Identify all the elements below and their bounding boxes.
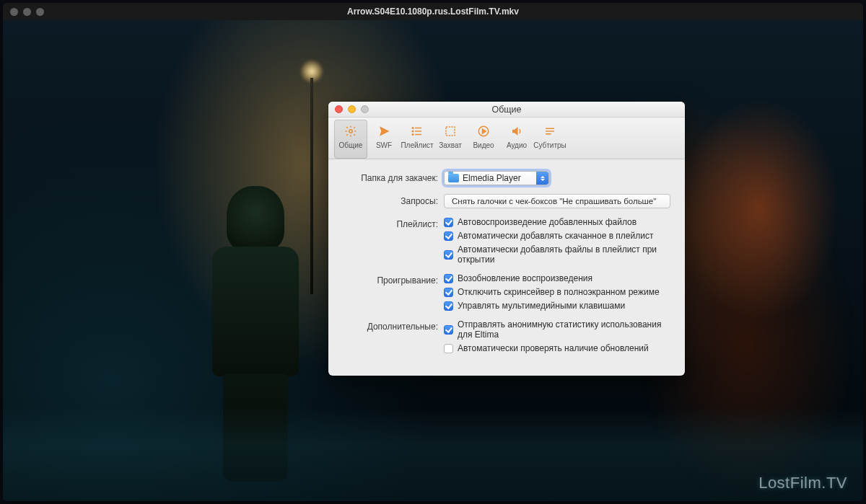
folder-icon: [448, 174, 459, 182]
toolbar-tab-label: Видео: [473, 141, 494, 149]
minimize-icon[interactable]: [23, 8, 31, 16]
checkbox-row[interactable]: Автоматически проверять наличие обновлен…: [444, 343, 670, 353]
tab-playlist-icon: [408, 123, 427, 140]
checkbox-label: Автоматически добавлять файлы в плейлист…: [458, 244, 670, 265]
checkbox-row[interactable]: Отключить скринсейвер в полноэкранном ре…: [444, 287, 670, 297]
player-titlebar[interactable]: Arrow.S04E10.1080p.rus.LostFilm.TV.mkv: [3, 3, 863, 20]
checkbox[interactable]: [444, 274, 453, 283]
checkbox-row[interactable]: Автовоспроизведение добавленных файлов: [444, 217, 670, 227]
maximize-icon[interactable]: [361, 105, 369, 113]
toolbar-tab-label: Общие: [339, 141, 363, 149]
checkbox-label: Автоматически добавлять скачанное в плей…: [458, 231, 653, 241]
toolbar-tab-label: Субтитры: [533, 141, 567, 149]
prefs-body: Папка для закачек: Elmedia Player Запрос…: [328, 159, 685, 365]
tab-swf[interactable]: SWF: [367, 120, 401, 159]
close-icon[interactable]: [10, 8, 18, 16]
prefs-toolbar: ОбщиеSWFПлейлистЗахватВидеоАудиоСубтитры: [328, 118, 685, 159]
scene-road-reflection: [3, 407, 863, 501]
checkbox-row[interactable]: Автоматически добавлять файлы в плейлист…: [444, 244, 670, 265]
toolbar-tab-label: SWF: [376, 141, 392, 149]
tab-general[interactable]: Общие: [334, 120, 367, 159]
downloads-folder-value: Elmedia Player: [463, 173, 521, 183]
watermark: LostFilm.TV: [758, 474, 847, 492]
checkbox[interactable]: [444, 288, 453, 297]
player-traffic-lights: [3, 8, 44, 16]
tab-capture-icon: [441, 123, 460, 140]
maximize-icon[interactable]: [36, 8, 44, 16]
prefs-titlebar[interactable]: Общие: [328, 102, 685, 118]
tab-video-icon: [474, 123, 493, 140]
playlist-section-label: Плейлист:: [343, 217, 444, 229]
checkbox-label: Автоматически проверять наличие обновлен…: [458, 343, 649, 353]
requests-label: Запросы:: [343, 194, 444, 206]
checkbox-label: Управлять мультимедийными клавишами: [458, 301, 625, 311]
tab-capture[interactable]: Захват: [434, 120, 467, 159]
checkbox-row[interactable]: Управлять мультимедийными клавишами: [444, 301, 670, 311]
svg-rect-7: [446, 127, 455, 136]
svg-point-4: [412, 128, 414, 129]
checkbox[interactable]: [444, 344, 453, 353]
checkbox[interactable]: [444, 231, 453, 241]
toolbar-tab-label: Аудио: [507, 141, 527, 149]
tab-playlist[interactable]: Плейлист: [401, 120, 434, 159]
reset-dont-ask-button[interactable]: Снять галочки с чек-боксов "Не спрашиват…: [444, 194, 670, 208]
downloads-folder-label: Папка для закачек:: [343, 171, 444, 183]
extra-section-label: Дополнительные:: [343, 319, 444, 332]
svg-point-0: [349, 130, 353, 133]
checkbox-label: Отправлять анонимную статистику использо…: [458, 319, 670, 340]
checkbox[interactable]: [444, 325, 453, 335]
tab-subtitles[interactable]: Субтитры: [533, 120, 567, 159]
player-title: Arrow.S04E10.1080p.rus.LostFilm.TV.mkv: [3, 6, 863, 17]
preferences-window: Общие ОбщиеSWFПлейлистЗахватВидеоАудиоСу…: [328, 102, 685, 376]
prefs-title: Общие: [328, 105, 685, 115]
tab-audio-icon: [507, 123, 526, 140]
chevron-updown-icon: [536, 172, 548, 185]
svg-marker-9: [483, 129, 486, 133]
toolbar-tab-label: Плейлист: [401, 141, 433, 149]
minimize-icon[interactable]: [348, 105, 356, 113]
checkbox[interactable]: [444, 250, 453, 260]
svg-point-5: [412, 131, 414, 132]
tab-subtitles-icon: [541, 123, 559, 140]
checkbox-row[interactable]: Возобновление воспроизведения: [444, 273, 670, 283]
checkbox-row[interactable]: Автоматически добавлять скачанное в плей…: [444, 231, 670, 241]
tab-video[interactable]: Видео: [467, 120, 500, 159]
svg-point-6: [412, 134, 414, 136]
checkbox[interactable]: [444, 218, 453, 227]
checkbox-label: Автовоспроизведение добавленных файлов: [458, 217, 637, 227]
tab-general-icon: [341, 123, 360, 140]
checkbox-label: Отключить скринсейвер в полноэкранном ре…: [458, 287, 660, 297]
prefs-traffic-lights: [328, 105, 369, 113]
downloads-folder-select[interactable]: Elmedia Player: [444, 171, 549, 185]
tab-swf-icon: [375, 123, 393, 140]
tab-audio[interactable]: Аудио: [500, 120, 533, 159]
close-icon[interactable]: [335, 105, 343, 113]
checkbox[interactable]: [444, 301, 453, 311]
toolbar-tab-label: Захват: [439, 141, 462, 149]
checkbox-row[interactable]: Отправлять анонимную статистику использо…: [444, 319, 670, 340]
checkbox-label: Возобновление воспроизведения: [458, 273, 592, 283]
playback-section-label: Проигрывание:: [343, 273, 444, 286]
